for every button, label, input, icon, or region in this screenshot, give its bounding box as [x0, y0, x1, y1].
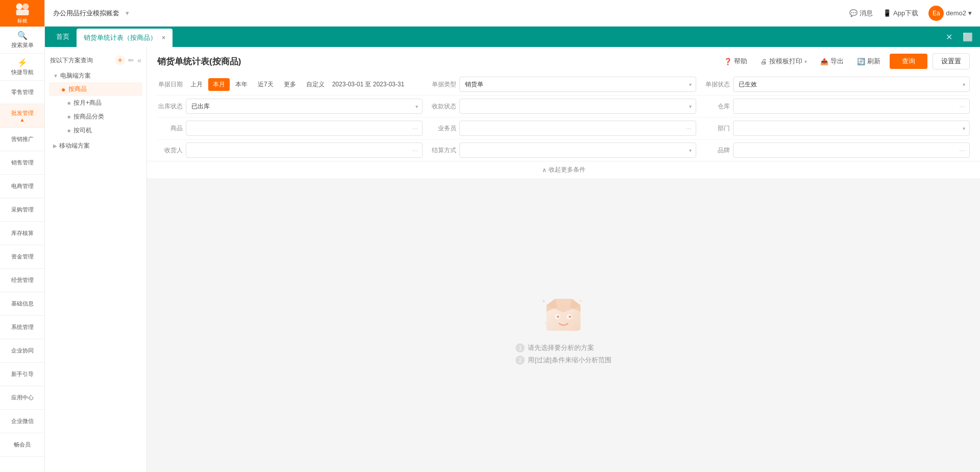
- mobile-section-header[interactable]: ▶ 移动端方案: [49, 139, 142, 152]
- mobile-section-arrow: ▶: [53, 143, 57, 149]
- print-btn[interactable]: 🖨 按模板打印 ▾: [756, 55, 811, 68]
- tab-close-all-btn[interactable]: ✕: [943, 31, 955, 43]
- panel-item-by-cashier[interactable]: ■ 按司机: [49, 124, 142, 137]
- user-menu[interactable]: Ea demo2 ▾: [928, 6, 972, 21]
- content-area: 按以下方案查询 + ✏ « ▼ 电脑端方案 ●: [45, 47, 980, 472]
- export-btn[interactable]: 📤 导出: [816, 55, 848, 68]
- date-btn-this-year[interactable]: 本年: [231, 78, 252, 91]
- collapse-btn[interactable]: ∧ 收起更多条件: [147, 161, 980, 178]
- sidebar-item-finance[interactable]: 资金管理: [0, 245, 44, 269]
- header-right: 💬 消息 📱 App下载 Ea demo2 ▾: [849, 6, 972, 21]
- payment-status-value: ▾: [459, 99, 696, 114]
- doc-status-dropdown[interactable]: 已生效 ▾: [733, 77, 970, 92]
- left-panel: 按以下方案查询 + ✏ « ▼ 电脑端方案 ●: [45, 47, 147, 472]
- sidebar-item-retail[interactable]: 零售管理: [0, 81, 44, 104]
- sidebar-item-purchase[interactable]: 采购管理: [0, 198, 44, 222]
- salesperson-field[interactable]: ···: [459, 121, 696, 136]
- sidebar-item-wholesale[interactable]: 批发管理 ▲: [0, 104, 44, 128]
- header-dropdown-icon[interactable]: ▾: [126, 9, 129, 17]
- message-icon: 💬: [849, 9, 857, 17]
- date-btn-this-month[interactable]: 本月: [208, 78, 230, 91]
- date-btn-more[interactable]: 更多: [279, 78, 301, 91]
- panel-item-by-category[interactable]: ■ 按商品分类: [49, 110, 142, 124]
- date-range-text: 2023-03-01 至 2023-03-31: [332, 80, 404, 89]
- sidebar-item-quick[interactable]: ⚡ 快捷导航: [0, 54, 44, 81]
- date-btn-custom[interactable]: 自定义: [302, 78, 329, 91]
- filter-row-4: 收货人 ··· 结算方式: [157, 139, 970, 161]
- sidebar-item-wechat[interactable]: 企业微信: [0, 410, 44, 433]
- stock-status-dropdown[interactable]: 已出库 ▾: [186, 99, 423, 114]
- payment-status-cell: 收款状态 ▾: [431, 99, 696, 114]
- warehouse-label: 仓库: [704, 102, 730, 111]
- panel-item-by-month-product[interactable]: ■ 按月+商品: [49, 96, 142, 110]
- doc-type-dropdown[interactable]: 销货单 ▾: [459, 77, 696, 92]
- sidebar-item-marketing[interactable]: 营销推广: [0, 128, 44, 151]
- receiver-label: 收货人: [157, 146, 183, 155]
- dept-caret: ▾: [963, 126, 965, 131]
- sidebar-item-corp[interactable]: 企业协同: [0, 339, 44, 363]
- salesperson-cell: 业务员 ···: [431, 121, 696, 136]
- panel-item-by-product[interactable]: ● 按商品: [49, 82, 142, 96]
- refresh-btn[interactable]: 🔄 刷新: [853, 55, 885, 68]
- sidebar-item-system[interactable]: 系统管理: [0, 316, 44, 339]
- brand-field[interactable]: ···: [733, 143, 970, 158]
- settlement-caret: ▾: [689, 148, 692, 153]
- print-dropdown-icon: ▾: [804, 59, 807, 64]
- receiver-field[interactable]: ···: [186, 143, 423, 158]
- sidebar-item-ecommerce[interactable]: 电商管理: [0, 175, 44, 198]
- settlement-label: 结算方式: [431, 146, 456, 155]
- tab-close-icon[interactable]: ×: [162, 34, 165, 41]
- logo[interactable]: 标账: [0, 0, 44, 27]
- message-btn[interactable]: 💬 消息: [849, 9, 873, 18]
- sidebar-item-member[interactable]: 畅会员: [0, 433, 44, 457]
- app-download-btn[interactable]: 📱 App下载: [883, 9, 918, 18]
- department-label: 部门: [704, 124, 730, 133]
- desktop-section-header[interactable]: ▼ 电脑端方案: [49, 69, 142, 82]
- svg-point-7: [569, 315, 571, 318]
- edit-scheme-btn[interactable]: ✏: [128, 56, 134, 64]
- mobile-section: ▶ 移动端方案: [45, 138, 146, 153]
- settings-btn[interactable]: 设置置: [933, 53, 970, 69]
- warehouse-dots: ···: [959, 102, 965, 110]
- query-btn[interactable]: 查询: [890, 54, 927, 69]
- svg-point-0: [16, 3, 22, 9]
- warehouse-field[interactable]: ···: [733, 99, 970, 114]
- tab-restore-btn[interactable]: ⬜: [960, 31, 976, 43]
- salesperson-label: 业务员: [431, 124, 456, 133]
- refresh-icon: 🔄: [857, 58, 865, 65]
- date-label: 单据日期: [157, 80, 183, 89]
- doc-status-label: 单据状态: [704, 80, 730, 89]
- sidebar-item-basic[interactable]: 基础信息: [0, 292, 44, 316]
- sidebar-item-appstore[interactable]: 应用中心: [0, 386, 44, 410]
- product-field[interactable]: ···: [186, 121, 423, 136]
- receiver-value: ···: [186, 143, 423, 158]
- desktop-section-items: ● 按商品 ■ 按月+商品 ■ 按商品分类 ■: [49, 82, 142, 137]
- panel-sections: ▼ 电脑端方案 ● 按商品 ■ 按月+商品 ■: [45, 67, 146, 154]
- sidebar-item-search[interactable]: 🔍 搜索菜单: [0, 27, 44, 54]
- add-scheme-btn[interactable]: +: [115, 55, 125, 65]
- settlement-dropdown[interactable]: ▾: [459, 143, 696, 158]
- date-btn-7days[interactable]: 近7天: [253, 78, 278, 91]
- stock-status-cell: 出库状态 已出库 ▾: [157, 99, 423, 114]
- sidebar-item-newbie[interactable]: 新手引导: [0, 363, 44, 386]
- collapse-panel-btn[interactable]: «: [137, 56, 141, 64]
- filter-row-1: 单据日期 上月 本月 本年 近7天 更多 自定义 2023-03-01 至 20…: [157, 74, 970, 96]
- sidebar-item-sales[interactable]: 销售管理: [0, 151, 44, 175]
- tab-bar: 首页 销货单统计表（按商品） × ✕ ⬜: [45, 27, 980, 47]
- date-filter-controls: 上月 本月 本年 近7天 更多 自定义 2023-03-01 至 2023-03…: [186, 78, 423, 91]
- payment-status-dropdown[interactable]: ▾: [459, 99, 696, 114]
- empty-tip-2: 2 用[过滤]条件来缩小分析范围: [516, 356, 611, 365]
- print-icon: 🖨: [761, 58, 767, 65]
- brand-label: 品牌: [704, 146, 730, 155]
- tab-home[interactable]: 首页: [49, 27, 77, 47]
- sidebar-item-operation[interactable]: 经营管理: [0, 269, 44, 292]
- date-filter-cell: 单据日期 上月 本月 本年 近7天 更多 自定义 2023-03-01 至 20…: [157, 77, 423, 92]
- help-btn[interactable]: ❓ 帮助: [720, 55, 751, 68]
- department-dropdown[interactable]: ▾: [733, 121, 970, 136]
- sidebar-item-inventory[interactable]: 库存核算: [0, 222, 44, 245]
- date-btn-last-month[interactable]: 上月: [186, 78, 207, 91]
- avatar: Ea: [928, 6, 944, 21]
- empty-illustration: ✦ ✦ ✦: [538, 286, 589, 337]
- tab-report[interactable]: 销货单统计表（按商品） ×: [77, 29, 173, 47]
- svg-text:✦: ✦: [579, 298, 582, 303]
